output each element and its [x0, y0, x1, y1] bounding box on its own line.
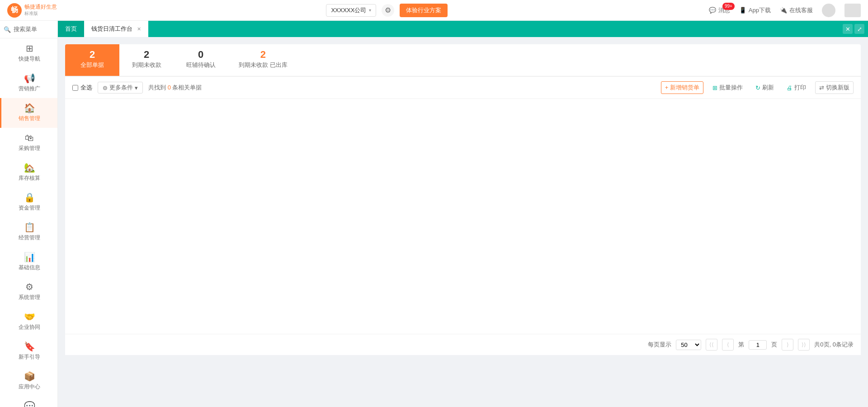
sidebar-search[interactable]: 🔍 搜索菜单 [0, 21, 57, 38]
sidebar-item-label: 新手引导 [19, 353, 40, 361]
filter-label: 更多条件 [109, 84, 133, 92]
sidebar-item-quick-nav[interactable]: ⊞ 快捷导航 [0, 38, 57, 68]
card-tab-all-num: 2 [90, 50, 95, 60]
inventory-icon: 🏡 [24, 163, 35, 172]
card-tab-overdue-num: 2 [144, 50, 149, 60]
print-button[interactable]: 🖨 打印 [783, 82, 810, 94]
per-page-select[interactable]: 50 100 200 [676, 340, 701, 350]
nav-tabs: 首页 钱货日清工作台 ✕ ✕ ⤢ [58, 21, 868, 37]
sidebar-item-label: 经营管理 [19, 234, 40, 242]
sidebar-item-operations[interactable]: 📋 经营管理 [0, 217, 57, 247]
batch-button[interactable]: ⊞ 批量操作 [709, 82, 746, 94]
card-tab-pending[interactable]: 0 旺辅待确认 [174, 44, 228, 76]
filter-button[interactable]: ⊜ 更多条件 ▾ [98, 82, 143, 94]
tab-close-icon[interactable]: ✕ [137, 26, 141, 32]
settings-button[interactable]: ⚙ [382, 4, 394, 17]
last-page-button[interactable]: ⟩⟩ [798, 339, 810, 351]
per-page-label: 每页显示 [648, 341, 671, 349]
first-page-button[interactable]: ⟨⟨ [706, 339, 717, 351]
online-service-label: 在线客服 [789, 6, 813, 14]
found-prefix: 共找到 [148, 84, 166, 91]
next-page-button[interactable]: ⟩ [782, 339, 793, 351]
window-maximize-button[interactable]: ⤢ [854, 24, 864, 34]
card-tab-overdue-label: 到期未收款 [132, 61, 161, 69]
select-all-input[interactable] [72, 85, 78, 91]
sidebar-item-system[interactable]: ⚙ 系统管理 [0, 277, 57, 307]
sidebar: 🔍 搜索菜单 ⊞ 快捷导航 📢 营销推广 🏠 销售管理 🛍 采购管理 🏡 库存核… [0, 21, 58, 407]
page-label: 第 [738, 341, 744, 349]
card-tab-pending-num: 0 [198, 50, 203, 60]
sales-icon: 🏠 [24, 103, 35, 112]
card-tab-all[interactable]: 2 全部单据 [65, 44, 119, 76]
message-item[interactable]: 💬 消息 99+ [709, 6, 730, 14]
service-icon: 🔌 [780, 7, 787, 14]
batch-icon: ⊞ [712, 84, 717, 91]
finance-icon: 🔒 [24, 193, 35, 202]
sidebar-item-basic-info[interactable]: 📊 基础信息 [0, 247, 57, 277]
select-all-label: 全选 [80, 84, 92, 92]
sidebar-item-inventory[interactable]: 🏡 库存核算 [0, 158, 57, 187]
tab-daily-work[interactable]: 钱货日清工作台 ✕ [84, 21, 148, 37]
enterprise-icon: 🤝 [24, 312, 35, 321]
sidebar-item-marketing[interactable]: 📢 营销推广 [0, 68, 57, 98]
sidebar-item-label: 系统管理 [19, 294, 40, 301]
page-input[interactable] [749, 340, 767, 350]
batch-label: 批量操作 [719, 84, 743, 92]
main-content: 2 全部单据 2 到期未收款 0 旺辅待确认 2 到期未收款 已出库 全选 ⊜ … [58, 37, 868, 407]
quick-nav-icon: ⊞ [26, 44, 33, 53]
sidebar-item-app-center[interactable]: 📦 应用中心 [0, 366, 57, 396]
tab-home-label: 首页 [65, 25, 77, 33]
print-icon: 🖨 [787, 84, 793, 91]
select-all-checkbox[interactable]: 全选 [72, 84, 92, 92]
toolbar: 全选 ⊜ 更多条件 ▾ 共找到 0 条相关单据 + 新增销货单 ⊞ 批量操作 ↻ [65, 77, 861, 99]
sidebar-item-guide[interactable]: 🔖 新手引导 [0, 337, 57, 366]
switch-version-button[interactable]: ⇄ 切换新版 [815, 81, 854, 94]
prev-page-button[interactable]: ⟨ [722, 339, 734, 351]
download-icon: 📱 [739, 7, 746, 14]
card-tab-overdue-shipped[interactable]: 2 到期未收款 已出库 [228, 44, 298, 76]
sidebar-item-enterprise[interactable]: 🤝 企业协同 [0, 307, 57, 337]
tab-home[interactable]: 首页 [58, 21, 84, 37]
header-center: XXXXXX公司 ▾ ⚙ 体验行业方案 [326, 4, 448, 17]
company-selector[interactable]: XXXXXX公司 ▾ [326, 4, 376, 17]
logo-area: 畅 畅捷通好生意 标准版 [7, 3, 65, 18]
toolbar-left: 全选 ⊜ 更多条件 ▾ 共找到 0 条相关单据 [72, 82, 202, 94]
sidebar-item-purchase[interactable]: 🛍 采购管理 [0, 128, 57, 158]
header-right: 💬 消息 99+ 📱 App下载 🔌 在线客服 [709, 4, 861, 17]
card-tab-all-label: 全部单据 [80, 61, 104, 69]
user-name-area [844, 4, 861, 17]
card-tabs: 2 全部单据 2 到期未收款 0 旺辅待确认 2 到期未收款 已出库 [65, 44, 861, 77]
basic-info-icon: 📊 [24, 253, 35, 262]
card-tab-overdue[interactable]: 2 到期未收款 [119, 44, 174, 76]
logo-icon: 畅 [7, 3, 22, 18]
marketing-icon: 📢 [24, 74, 35, 83]
top-header: 畅 畅捷通好生意 标准版 XXXXXX公司 ▾ ⚙ 体验行业方案 💬 消息 99… [0, 0, 868, 21]
online-service-item[interactable]: 🔌 在线客服 [780, 6, 813, 14]
print-label: 打印 [794, 84, 806, 92]
sidebar-search-label: 搜索菜单 [14, 25, 37, 33]
sidebar-item-enterprise-wechat[interactable]: 💬 企业微信 [0, 396, 57, 407]
table-area [65, 99, 861, 334]
avatar[interactable] [822, 4, 835, 17]
toolbar-right: + 新增销货单 ⊞ 批量操作 ↻ 刷新 🖨 打印 ⇄ 切换新版 [661, 81, 854, 94]
window-close-button[interactable]: ✕ [843, 24, 853, 34]
sidebar-item-sales[interactable]: 🏠 销售管理 [0, 98, 57, 128]
found-suffix: 条相关单据 [172, 84, 202, 91]
refresh-button[interactable]: ↻ 刷新 [752, 82, 778, 94]
card-tab-pending-label: 旺辅待确认 [186, 61, 216, 69]
add-order-button[interactable]: + 新增销货单 [661, 81, 703, 94]
guide-icon: 🔖 [24, 342, 35, 351]
app-download-item[interactable]: 📱 App下载 [739, 6, 771, 14]
trial-button[interactable]: 体验行业方案 [400, 4, 448, 17]
filter-icon: ⊜ [103, 84, 108, 91]
sidebar-item-label: 营销推广 [19, 85, 40, 93]
card-tab-overdue-shipped-label: 到期未收款 已出库 [239, 61, 288, 69]
message-badge: 99+ [722, 3, 735, 10]
logo-text: 畅捷通好生意 [24, 4, 57, 11]
app-center-icon: 📦 [24, 372, 35, 381]
sidebar-item-finance[interactable]: 🔒 资金管理 [0, 187, 57, 217]
system-icon: ⚙ [25, 282, 33, 291]
dropdown-arrow-icon: ▾ [369, 8, 371, 13]
refresh-icon: ↻ [755, 84, 760, 91]
filter-arrow-icon: ▾ [135, 84, 138, 91]
